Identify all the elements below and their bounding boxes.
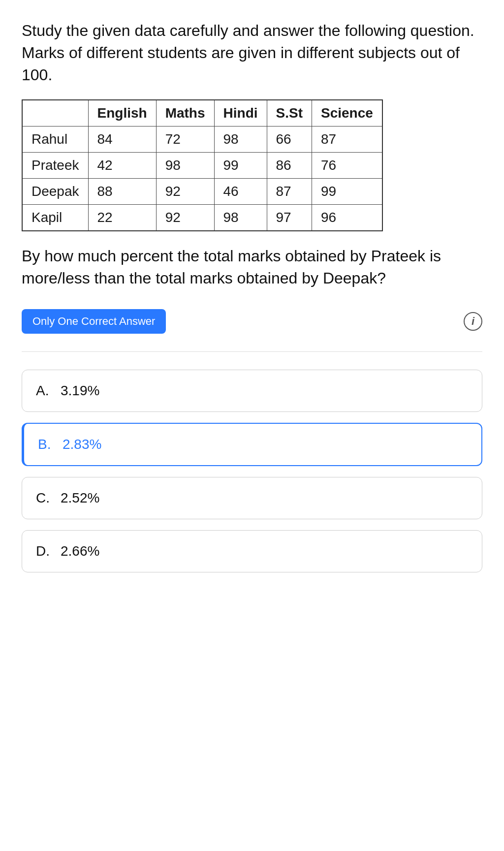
table-cell: 87 xyxy=(312,126,382,153)
table-cell: 97 xyxy=(267,205,312,231)
table-cell: 99 xyxy=(312,179,382,205)
table-cell: Kapil xyxy=(22,205,88,231)
table-row: Deepak8892468799 xyxy=(22,179,382,205)
table-cell: Rahul xyxy=(22,126,88,153)
options-list: A.3.19%B.2.83%C.2.52%D.2.66% xyxy=(22,370,482,572)
table-header-cell: S.St xyxy=(267,100,312,126)
table-cell: 92 xyxy=(156,179,214,205)
table-cell: 22 xyxy=(88,205,156,231)
option-value: 3.19% xyxy=(61,383,99,399)
table-row: Rahul8472986687 xyxy=(22,126,382,153)
table-cell: 98 xyxy=(214,126,267,153)
table-cell: 96 xyxy=(312,205,382,231)
table-cell: Prateek xyxy=(22,153,88,179)
table-cell: 88 xyxy=(88,179,156,205)
table-cell: 86 xyxy=(267,153,312,179)
table-cell: 76 xyxy=(312,153,382,179)
divider xyxy=(22,351,482,352)
table-header-row: EnglishMathsHindiS.StScience xyxy=(22,100,382,126)
table-row: Kapil2292989796 xyxy=(22,205,382,231)
option-item[interactable]: C.2.52% xyxy=(22,477,482,519)
table-cell: 72 xyxy=(156,126,214,153)
option-item[interactable]: A.3.19% xyxy=(22,370,482,412)
sub-question: By how much percent the total marks obta… xyxy=(22,245,482,289)
table-cell: 98 xyxy=(156,153,214,179)
option-item[interactable]: D.2.66% xyxy=(22,530,482,572)
table-cell: 46 xyxy=(214,179,267,205)
table-header-cell: Hindi xyxy=(214,100,267,126)
option-letter: B. xyxy=(38,437,52,452)
question-intro: Study the given data carefully and answe… xyxy=(22,20,482,86)
table-row: Prateek4298998676 xyxy=(22,153,382,179)
option-value: 2.52% xyxy=(61,490,99,506)
data-table: EnglishMathsHindiS.StScience Rahul847298… xyxy=(22,99,383,231)
table-header-cell: Science xyxy=(312,100,382,126)
info-icon-label: i xyxy=(472,315,474,328)
table-cell: 98 xyxy=(214,205,267,231)
info-icon[interactable]: i xyxy=(464,312,482,331)
option-value: 2.83% xyxy=(63,437,101,452)
table-header-cell: Maths xyxy=(156,100,214,126)
option-letter: C. xyxy=(36,490,50,506)
table-cell: 92 xyxy=(156,205,214,231)
table-header-cell xyxy=(22,100,88,126)
table-cell: 84 xyxy=(88,126,156,153)
table-cell: 66 xyxy=(267,126,312,153)
option-letter: A. xyxy=(36,383,50,399)
answer-type-row: Only One Correct Answer i xyxy=(22,309,482,334)
option-letter: D. xyxy=(36,543,50,559)
table-cell: 42 xyxy=(88,153,156,179)
answer-type-badge: Only One Correct Answer xyxy=(22,309,166,334)
table-cell: 87 xyxy=(267,179,312,205)
option-value: 2.66% xyxy=(61,543,99,559)
table-cell: Deepak xyxy=(22,179,88,205)
option-item[interactable]: B.2.83% xyxy=(22,423,482,466)
table-header-cell: English xyxy=(88,100,156,126)
table-cell: 99 xyxy=(214,153,267,179)
